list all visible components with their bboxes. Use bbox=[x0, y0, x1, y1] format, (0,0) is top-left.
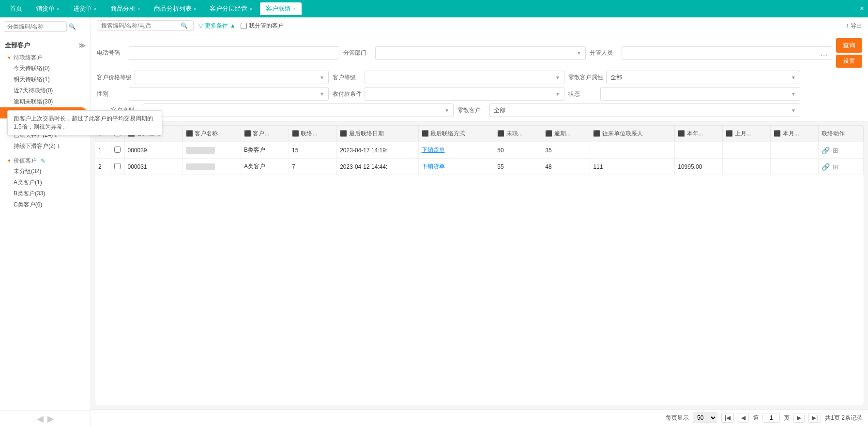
sidebar-item-today[interactable]: 今天待联络(0) bbox=[0, 63, 91, 74]
status-select[interactable]: ▼ bbox=[600, 87, 800, 101]
row2-last-method: 下销货单 bbox=[418, 159, 494, 175]
person-more-icon[interactable]: … bbox=[820, 49, 828, 58]
nav-tab-customer-segment[interactable]: 客户分层经营 × bbox=[204, 2, 258, 15]
nav-tab-home[interactable]: 首页 bbox=[4, 2, 28, 15]
sidebar-item-class-a[interactable]: A类客户(1) bbox=[0, 177, 91, 188]
page-input[interactable] bbox=[762, 413, 780, 423]
col-contacts[interactable]: ⬛ 往来单位联系人 bbox=[590, 126, 675, 142]
row2-actions: 🔗 ⊞ bbox=[819, 159, 864, 175]
payment-label: 收付款条件 bbox=[333, 90, 362, 98]
col-name[interactable]: ⬛ 客户名称 bbox=[183, 126, 241, 142]
collapse-icon[interactable]: ≫ bbox=[78, 42, 86, 49]
toolbar-search-input[interactable] bbox=[101, 22, 179, 29]
sidebar-item-declining[interactable]: 持续下滑客户(2) ℹ bbox=[0, 141, 91, 152]
prev-page-button[interactable]: ◀ bbox=[738, 413, 749, 423]
close-purchase-tab[interactable]: × bbox=[94, 6, 97, 12]
last-page-button[interactable]: ▶| bbox=[808, 413, 821, 423]
payment-select[interactable]: ▼ bbox=[365, 87, 564, 101]
close-segment-tab[interactable]: × bbox=[249, 6, 252, 12]
close-contact-tab[interactable]: × bbox=[293, 6, 296, 12]
person-select[interactable]: … bbox=[622, 46, 832, 60]
col-actions: 联络动作 bbox=[819, 126, 864, 142]
row2-code: 000031 bbox=[124, 159, 183, 175]
sort-icon-lmonth: ⬛ bbox=[726, 130, 733, 137]
retail-attr-select[interactable]: 全部 ▼ bbox=[606, 71, 800, 84]
filter-retail-customer: 零散客户 全部 ▼ bbox=[457, 103, 800, 117]
filter-person: 分管人员 … bbox=[590, 46, 832, 60]
col-this-year[interactable]: ⬛ 本年... bbox=[675, 126, 723, 142]
row1-method-link[interactable]: 下销货单 bbox=[422, 147, 445, 153]
value-customers-group[interactable]: ▼ 价值客户 ✎ bbox=[0, 155, 91, 166]
settings-button[interactable]: 设置 bbox=[836, 55, 862, 68]
export-button[interactable]: ↑ 导出 bbox=[846, 22, 862, 30]
sidebar-shrink-icon[interactable]: ▶ bbox=[47, 413, 54, 424]
nav-tab-sales[interactable]: 销货单 × bbox=[30, 2, 65, 15]
customer-grade-select[interactable]: ▼ bbox=[365, 71, 564, 84]
row1-grid-icon[interactable]: ⊞ bbox=[833, 147, 838, 154]
close-analysis-list-tab[interactable]: × bbox=[194, 6, 197, 12]
row2-method-link[interactable]: 下销货单 bbox=[422, 163, 445, 170]
sidebar-item-overdue[interactable]: 逾期未联络(30) bbox=[0, 96, 91, 107]
sidebar-item-tomorrow[interactable]: 明天待联络(1) bbox=[0, 74, 91, 85]
row2-checkbox[interactable] bbox=[114, 163, 121, 169]
sidebar-expand-icon[interactable]: ◀ bbox=[37, 413, 44, 424]
sidebar-item-7days[interactable]: 近7天待联络(0) bbox=[0, 85, 91, 96]
col-last-month[interactable]: ⬛ 上月... bbox=[723, 126, 771, 142]
row2-contact-count: 7 bbox=[289, 159, 337, 175]
col-contact[interactable]: ⬛ 联络... bbox=[289, 126, 337, 142]
sidebar-search-input[interactable] bbox=[4, 21, 67, 32]
sort-icon-date: ⬛ bbox=[340, 130, 347, 137]
next-page-button[interactable]: ▶ bbox=[793, 413, 805, 423]
col-unlink[interactable]: ⬛ 未联... bbox=[494, 126, 542, 142]
row1-check[interactable] bbox=[111, 142, 124, 159]
sidebar-item-class-b[interactable]: B类客户(33) bbox=[0, 188, 91, 199]
first-page-button[interactable]: |◀ bbox=[721, 413, 734, 423]
row2-link-icon[interactable]: 🔗 bbox=[822, 163, 830, 171]
sidebar-item-ungrouped[interactable]: 未分组(32) bbox=[0, 166, 91, 177]
declining-info-icon[interactable]: ℹ bbox=[58, 143, 60, 149]
phone-input[interactable] bbox=[129, 46, 339, 60]
dept-select[interactable]: ▼ bbox=[375, 46, 586, 60]
my-customers-checkbox[interactable] bbox=[241, 23, 247, 29]
filter-dept: 分管部门 ▼ bbox=[343, 46, 586, 60]
page-size-select[interactable]: 50 100 200 bbox=[693, 412, 717, 423]
sort-icon-type: ⬛ bbox=[244, 130, 251, 137]
nav-tab-customer-contact[interactable]: 客户联络 × bbox=[260, 2, 302, 15]
row1-checkbox[interactable] bbox=[114, 147, 121, 153]
sort-icon-unlink: ⬛ bbox=[497, 130, 504, 137]
sidebar-search-icon[interactable]: 🔍 bbox=[69, 23, 76, 30]
close-sales-tab[interactable]: × bbox=[57, 6, 60, 12]
sort-icon-contacts: ⬛ bbox=[593, 130, 600, 137]
col-last-date[interactable]: ⬛ 最后联络日期 bbox=[337, 126, 418, 142]
row2-grid-icon[interactable]: ⊞ bbox=[833, 163, 838, 171]
gender-select[interactable]: ▼ bbox=[129, 87, 329, 101]
nav-tab-analysis[interactable]: 商品分析 × bbox=[105, 2, 146, 15]
my-customers-label[interactable]: 我分管的客户 bbox=[241, 22, 284, 30]
value-edit-icon[interactable]: ✎ bbox=[41, 158, 46, 164]
customer-type-select[interactable]: ▼ bbox=[143, 103, 454, 117]
pending-contact-group[interactable]: ▼ 待联络客户 bbox=[0, 52, 91, 63]
price-grade-select[interactable]: ▼ bbox=[135, 71, 329, 84]
tooltip-text: 距客户上次交易时长，超过了此客户的平均交易周期的1.5倍，则视为异常。 bbox=[14, 115, 153, 130]
retail-customer-select[interactable]: 全部 ▼ bbox=[489, 103, 800, 117]
sort-icon-year: ⬛ bbox=[678, 130, 685, 137]
row2-check[interactable] bbox=[111, 159, 124, 175]
all-customers-header[interactable]: 全部客户 ≫ bbox=[0, 39, 91, 52]
filter-row-4: ... 客户类型 ▼ 零散客户 全部 ▼ bbox=[97, 103, 862, 117]
sidebar-item-class-c[interactable]: C类客户(6) bbox=[0, 199, 91, 210]
window-close-button[interactable]: × bbox=[860, 4, 864, 13]
toolbar-search-icon[interactable]: 🔍 bbox=[181, 22, 188, 29]
col-type[interactable]: ⬛ 客户... bbox=[241, 126, 289, 142]
col-overdue[interactable]: ⬛ 逾期... bbox=[542, 126, 590, 142]
close-analysis-tab[interactable]: × bbox=[137, 6, 140, 12]
row2-this-month bbox=[771, 159, 819, 175]
row1-link-icon[interactable]: 🔗 bbox=[822, 147, 830, 154]
col-this-month[interactable]: ⬛ 本月... bbox=[771, 126, 819, 142]
nav-tab-analysis-list[interactable]: 商品分析列表 × bbox=[148, 2, 202, 15]
col-last-method[interactable]: ⬛ 最后联络方式 bbox=[418, 126, 494, 142]
more-conditions-button[interactable]: ▽ 更多条件 ▲ bbox=[198, 22, 236, 30]
query-button[interactable]: 查询 bbox=[836, 38, 862, 53]
gender-label: 性别 bbox=[97, 90, 126, 98]
nav-tab-purchase[interactable]: 进货单 × bbox=[67, 2, 103, 15]
sidebar-tree: 全部客户 ≫ ▼ 待联络客户 今天待联络(0) 明天待联络(1) 近7天待联络(… bbox=[0, 36, 91, 411]
